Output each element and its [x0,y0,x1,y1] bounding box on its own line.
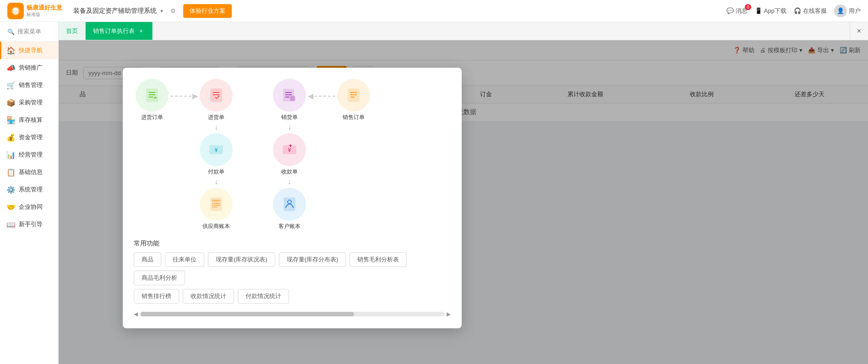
func-buttons-row1: 商品 往来单位 现存量(库存状况表) 现存量(库存分布表) 销售毛利分析表 商品… [134,252,451,285]
search-label: 搜索菜单 [17,27,41,36]
func-btn-stock-status[interactable]: 现存量(库存状况表) [208,252,275,267]
purchase-doc-label: 进货单 [200,114,233,121]
gear-button[interactable]: ⚙ [167,5,180,17]
marketing-icon: 📣 [7,64,15,72]
sidebar: 🔍 搜索菜单 🏠 快捷导航 📣 营销推广 🛒 销售管理 📦 [0,22,59,364]
purchase-icon: 📦 [7,98,15,107]
purchase-order-node[interactable] [136,79,169,112]
sidebar-item-label: 营销推广 [19,64,43,72]
tab-close-icon[interactable]: × [137,27,145,35]
svg-rect-12 [290,96,295,101]
sidebar-item-finance[interactable]: 💰 资金管理 [0,129,58,146]
message-button[interactable]: 💬 消息 6 [726,7,748,15]
supplier-ledger-label: 供应商账本 [200,223,233,230]
arrow-v1: ↓ [198,123,235,131]
sidebar-item-system[interactable]: ⚙️ 系统管理 [0,181,58,198]
svg-rect-24 [212,200,220,201]
tab-close-right-button[interactable]: × [850,22,868,40]
sidebar-item-quick-nav[interactable]: 🏠 快捷导航 [0,42,58,59]
func-btn-goods[interactable]: 商品 [134,252,161,267]
sidebar-item-operations[interactable]: 📊 经营管理 [0,146,58,163]
sales-doc-node[interactable] [273,79,306,112]
modal-overlay[interactable]: 进货订单 ▶ [59,40,868,364]
func-buttons-row2: 销售排行榜 收款情况统计 付款情况统计 [134,289,451,304]
scroll-right-arrow[interactable]: ▶ [447,311,451,317]
receipt-doc-label: 收款单 [273,168,306,176]
app-download-button[interactable]: 📱 App下载 [755,7,786,15]
content-area: 首页 销售订单执行表 × × ❓ 帮助 [59,22,868,364]
system-icon: ⚙️ [7,185,15,194]
sidebar-item-label: 基础信息 [19,168,43,176]
sidebar-item-label: 企业协同 [19,203,43,211]
quick-nav-icon: 🏠 [7,46,15,54]
func-btn-stock-dist[interactable]: 现存量(库存分布表) [279,252,346,267]
user-area[interactable]: 👤 用户 [834,5,861,17]
sidebar-search[interactable]: 🔍 搜索菜单 [0,22,58,42]
func-btn-payment-stats[interactable]: 付款情况统计 [238,289,289,304]
sidebar-item-enterprise[interactable]: 🤝 企业协同 [0,198,58,216]
svg-text:¥: ¥ [288,147,291,153]
func-btn-goods-profit[interactable]: 商品毛利分析 [134,271,185,285]
sales-icon: 🛒 [7,81,15,89]
purchase-order-label: 进货订单 [136,114,169,121]
func-btn-partners[interactable]: 往来单位 [165,252,204,267]
tab-label: 销售订单执行表 [93,27,135,35]
system-title: 装备及固定资产辅助管理系统 [73,7,157,15]
online-service-label: 在线客服 [803,7,827,15]
sidebar-item-basic-info[interactable]: 📋 基础信息 [0,163,58,181]
operations-icon: 📊 [7,151,15,159]
sidebar-item-label: 快捷导航 [19,46,43,54]
sales-order-node[interactable] [337,79,370,112]
top-bar-center: 装备及固定资产辅助管理系统 ▾ ⚙ 体验行业方案 [66,4,726,18]
arrow-h1: ▶ [170,92,198,100]
search-icon: 🔍 [7,28,15,35]
message-icon: 💬 [726,7,734,14]
sidebar-item-inventory[interactable]: 🏪 库存核算 [0,111,58,129]
common-funcs-title: 常用功能 [134,239,451,248]
user-avatar: 👤 [834,5,847,17]
online-service-button[interactable]: 🎧 在线客服 [794,7,827,15]
app-download-label: App下载 [764,7,786,15]
tab-home[interactable]: 首页 [59,22,86,40]
sidebar-item-label: 库存核算 [19,116,43,124]
basic-info-icon: 📋 [7,168,15,176]
sidebar-item-newbie[interactable]: 📖 新手引导 [0,216,58,233]
svg-rect-5 [211,89,222,102]
payment-doc-node[interactable]: ¥ [200,133,233,166]
sales-order-label: 销售订单 [337,114,370,121]
arrow-v2: ↓ [271,123,308,131]
logo-text: 畅康通好生意 标准版 [27,4,62,18]
payment-doc-label: 付款单 [200,168,233,176]
arrow-h2: ◀ [308,92,335,100]
supplier-ledger-node[interactable] [200,188,233,221]
logo-area: 畅康通好生意 标准版 [7,3,66,19]
tab-sales-order[interactable]: 销售订单执行表 × [86,22,153,40]
arrow-v4: ↓ [271,178,308,186]
sidebar-item-purchase[interactable]: 📦 采购管理 [0,94,58,111]
func-btn-receipt-stats[interactable]: 收款情况统计 [183,289,234,304]
service-icon: 🎧 [794,7,801,14]
customer-ledger-node[interactable] [273,188,306,221]
trial-button[interactable]: 体验行业方案 [183,4,232,18]
flow-diagram: 进货订单 ▶ [134,79,451,230]
top-bar-right: 💬 消息 6 📱 App下载 🎧 在线客服 👤 用户 [726,5,861,17]
modal-box: 进货订单 ▶ [123,68,462,328]
tab-bar: 首页 销售订单执行表 × × [59,22,868,40]
purchase-doc-node[interactable] [200,79,233,112]
newbie-icon: 📖 [7,220,15,228]
func-btn-sales-profit[interactable]: 销售毛利分析表 [349,252,407,267]
finance-icon: 💰 [7,133,15,141]
scroll-left-arrow[interactable]: ◀ [134,311,138,317]
sidebar-item-label: 销售管理 [19,81,43,89]
sidebar-item-marketing[interactable]: 📣 营销推广 [0,59,58,76]
svg-rect-1 [147,89,158,102]
receipt-doc-node[interactable]: ¥ [273,133,306,166]
modal-scrollbar[interactable]: ◀ ▶ [134,311,451,317]
dropdown-arrow-icon[interactable]: ▾ [160,8,163,14]
sidebar-item-sales[interactable]: 🛒 销售管理 [0,76,58,94]
sidebar-item-label: 资金管理 [19,133,43,141]
func-btn-sales-rank[interactable]: 销售排行榜 [134,289,179,304]
main-content: ❓ 帮助 🖨 按模板打印 ▾ 📤 导出 ▾ [59,40,868,364]
inventory-icon: 🏪 [7,116,15,124]
download-icon: 📱 [755,7,762,14]
